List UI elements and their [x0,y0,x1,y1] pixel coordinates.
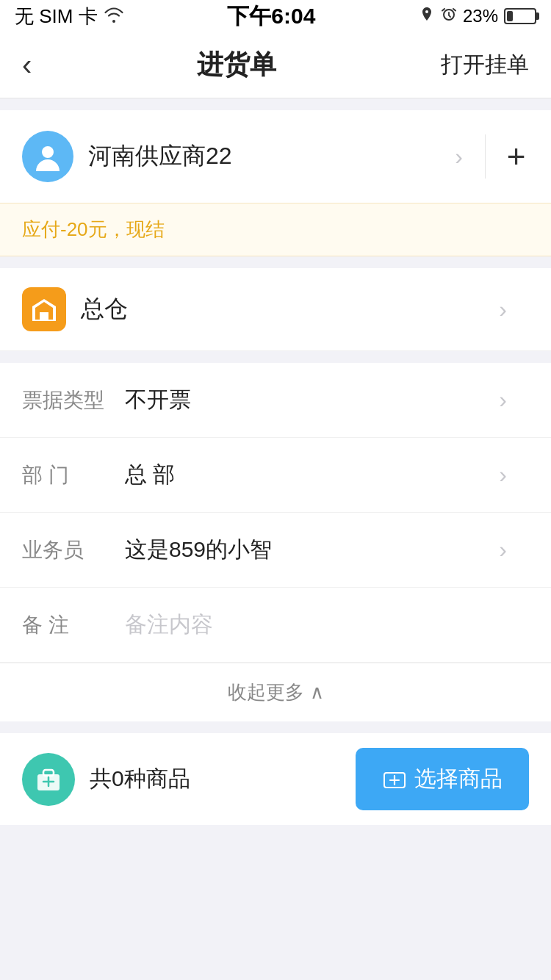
svg-point-1 [42,146,54,158]
divider-2 [0,351,551,363]
warehouse-chevron-icon: › [499,296,507,323]
divider-1 [0,256,551,268]
salesman-chevron-icon: › [499,536,507,563]
svg-rect-4 [43,770,54,776]
supplier-name: 河南供应商22 [88,140,455,173]
alarm-icon [441,6,457,26]
salesman-row[interactable]: 业务员 这是859的小智 › [0,513,551,588]
invoice-type-label: 票据类型 [22,386,125,414]
select-product-label: 选择商品 [414,764,503,794]
warehouse-icon [22,287,66,331]
notice-banner: 应付-20元，现结 [0,203,551,256]
location-icon [419,6,435,26]
open-pending-button[interactable]: 打开挂单 [441,50,529,80]
remark-row[interactable]: 备 注 备注内容 [0,588,551,663]
status-right: 23% [419,6,536,26]
supplier-chevron-icon: › [455,143,463,170]
supplier-row[interactable]: 河南供应商22 › + [0,110,551,203]
add-supplier-button[interactable]: + [485,134,529,179]
collapse-label: 收起更多 [228,680,304,705]
status-time: 下午6:04 [227,1,315,32]
status-bar: 无 SIM 卡 下午6:04 23% [0,0,551,32]
battery-icon [504,8,536,24]
invoice-type-value: 不开票 [125,385,499,415]
warehouse-row[interactable]: 总仓 › [0,268,551,351]
department-value: 总 部 [125,460,499,490]
status-left: 无 SIM 卡 [15,4,124,29]
supplier-section: 河南供应商22 › + 应付-20元，现结 [0,110,551,256]
top-divider [0,98,551,110]
warehouse-name: 总仓 [81,293,499,325]
product-icon [22,753,75,806]
product-count: 共0种商品 [90,764,356,794]
nav-bar: ‹ 进货单 打开挂单 [0,32,551,98]
carrier-text: 无 SIM 卡 [15,4,98,29]
remark-placeholder: 备注内容 [125,610,529,640]
salesman-label: 业务员 [22,536,125,564]
supplier-avatar [22,131,73,182]
collapse-row[interactable]: 收起更多 ∧ [0,663,551,721]
back-button[interactable]: ‹ [22,48,32,82]
invoice-type-chevron-icon: › [499,386,507,414]
warehouse-section: 总仓 › [0,268,551,351]
battery-text: 23% [463,6,498,26]
svg-rect-2 [40,312,48,321]
department-row[interactable]: 部 门 总 部 › [0,438,551,513]
page-title: 进货单 [197,47,276,83]
notice-text: 应付-20元，现结 [22,218,165,240]
select-product-button[interactable]: 选择商品 [356,748,529,810]
wifi-icon [104,5,124,28]
collapse-icon: ∧ [310,681,324,704]
department-label: 部 门 [22,461,125,489]
salesman-value: 这是859的小智 [125,535,499,565]
page-background [0,825,551,980]
remark-label: 备 注 [22,611,125,639]
invoice-type-row[interactable]: 票据类型 不开票 › [0,363,551,438]
form-section: 票据类型 不开票 › 部 门 总 部 › 业务员 这是859的小智 › 备 注 … [0,363,551,721]
bottom-product-bar: 共0种商品 选择商品 [0,733,551,825]
department-chevron-icon: › [499,461,507,489]
